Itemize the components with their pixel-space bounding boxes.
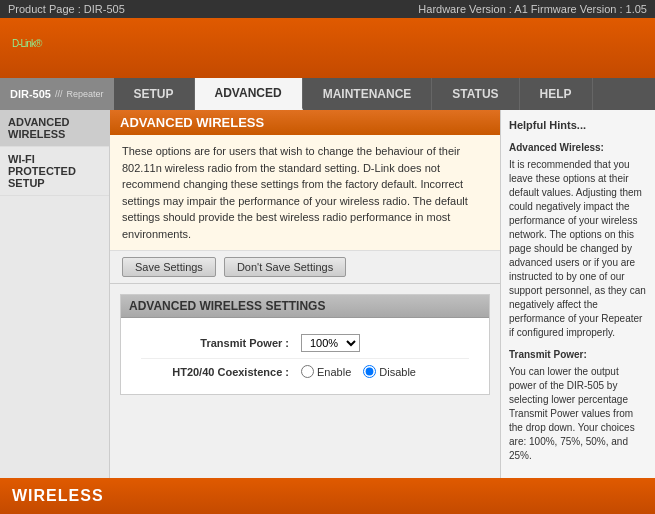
transmit-power-value: 100% 75% 50% 25%: [301, 334, 360, 352]
wireless-label: WIRELESS: [12, 487, 104, 505]
product-page: Product Page : DIR-505: [8, 3, 125, 15]
sidebar: ADVANCED WIRELESS WI-FI PROTECTED SETUP: [0, 110, 110, 478]
tab-help[interactable]: HELP: [520, 78, 593, 110]
logo-tm: ®: [35, 38, 41, 49]
nav-brand-sub: ///: [55, 89, 63, 99]
dont-save-settings-button[interactable]: Don't Save Settings: [224, 257, 346, 277]
bottom-bar: WIRELESS: [0, 478, 655, 514]
help-advanced-wireless-text: It is recommended that you leave these o…: [509, 158, 647, 340]
settings-body: Transmit Power : 100% 75% 50% 25% HT20/4…: [121, 318, 489, 394]
nav-brand-role: Repeater: [66, 89, 103, 99]
tab-status[interactable]: STATUS: [432, 78, 519, 110]
sidebar-item-advanced-wireless[interactable]: ADVANCED WIRELESS: [0, 110, 109, 147]
help-transmit-power-text: You can lower the output power of the DI…: [509, 365, 647, 463]
settings-section-title: ADVANCED WIRELESS SETTINGS: [121, 295, 489, 318]
nav-bar: DIR-505 /// Repeater SETUP ADVANCED MAIN…: [0, 78, 655, 110]
ht2040-label: HT20/40 Coexistence :: [141, 366, 301, 378]
enable-radio-label[interactable]: Enable: [301, 365, 351, 378]
nav-brand: DIR-505 /// Repeater: [0, 78, 114, 110]
tab-setup[interactable]: SETUP: [114, 78, 195, 110]
content-area: ADVANCED WIRELESS These options are for …: [110, 110, 500, 478]
logo: D-Link®: [12, 32, 41, 64]
tab-maintenance[interactable]: MAINTENANCE: [303, 78, 433, 110]
transmit-power-label: Transmit Power :: [141, 337, 301, 349]
help-panel: Helpful Hints... Advanced Wireless: It i…: [500, 110, 655, 478]
ht2040-row: HT20/40 Coexistence : Enable Disable: [141, 359, 469, 384]
tab-advanced[interactable]: ADVANCED: [195, 78, 303, 110]
help-advanced-wireless-subtitle: Advanced Wireless:: [509, 141, 647, 155]
top-bar: Product Page : DIR-505 Hardware Version …: [0, 0, 655, 18]
sidebar-item-wps[interactable]: WI-FI PROTECTED SETUP: [0, 147, 109, 196]
header: D-Link®: [0, 18, 655, 78]
disable-radio[interactable]: [363, 365, 376, 378]
disable-radio-text: Disable: [379, 366, 416, 378]
nav-brand-model: DIR-505: [10, 88, 51, 100]
button-row: Save Settings Don't Save Settings: [110, 251, 500, 284]
save-settings-button[interactable]: Save Settings: [122, 257, 216, 277]
version-info: Hardware Version : A1 Firmware Version :…: [418, 3, 647, 15]
enable-radio[interactable]: [301, 365, 314, 378]
main-layout: ADVANCED WIRELESS WI-FI PROTECTED SETUP …: [0, 110, 655, 478]
help-transmit-power-subtitle: Transmit Power:: [509, 348, 647, 362]
logo-text: D-Link: [12, 38, 35, 49]
ht2040-value: Enable Disable: [301, 365, 416, 378]
transmit-power-row: Transmit Power : 100% 75% 50% 25%: [141, 328, 469, 359]
help-title: Helpful Hints...: [509, 118, 647, 133]
warning-text: These options are for users that wish to…: [110, 135, 500, 251]
advanced-wireless-settings: ADVANCED WIRELESS SETTINGS Transmit Powe…: [120, 294, 490, 395]
ht2040-radio-group: Enable Disable: [301, 365, 416, 378]
transmit-power-select[interactable]: 100% 75% 50% 25%: [301, 334, 360, 352]
enable-radio-text: Enable: [317, 366, 351, 378]
section-title: ADVANCED WIRELESS: [110, 110, 500, 135]
disable-radio-label[interactable]: Disable: [363, 365, 416, 378]
